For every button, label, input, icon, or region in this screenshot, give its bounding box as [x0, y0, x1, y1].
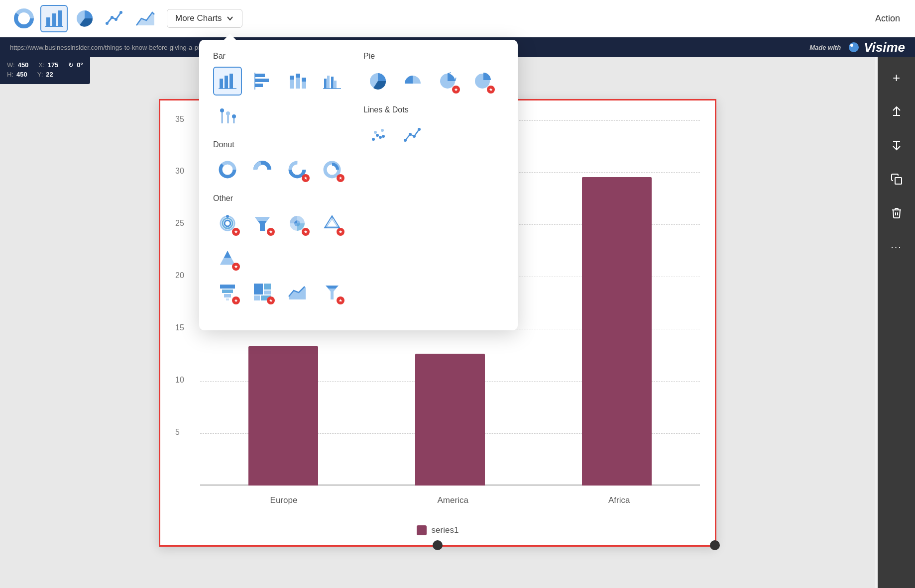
more-charts-label: More Charts [175, 13, 222, 23]
bar-vertical-icon[interactable] [213, 67, 242, 96]
bar-america [415, 354, 485, 486]
pie-half-icon[interactable] [398, 67, 427, 96]
x-label-europe: Europe [270, 495, 298, 505]
svg-point-49 [226, 215, 229, 218]
svg-rect-67 [254, 295, 260, 300]
donut-section-title: Donut [213, 140, 353, 149]
pro-badge: ★ [232, 263, 240, 271]
bar-section-title: Bar [213, 52, 353, 61]
svg-point-80 [404, 139, 407, 142]
svg-rect-31 [334, 81, 337, 89]
svg-marker-59 [224, 251, 231, 258]
resize-handle-bottom[interactable] [433, 540, 443, 550]
rotation-icon: ↻ [68, 61, 74, 69]
svg-point-9 [111, 16, 114, 19]
add-button[interactable]: + [884, 65, 909, 90]
svg-point-81 [409, 133, 412, 136]
triangle-icon[interactable]: ★ [213, 244, 242, 273]
bar-lollipop-icon[interactable] [213, 101, 242, 130]
resize-handle-corner[interactable] [710, 540, 720, 550]
svg-rect-16 [229, 74, 233, 89]
svg-rect-30 [331, 77, 334, 89]
move-up-button[interactable] [884, 99, 909, 124]
legend-label: series1 [432, 525, 459, 535]
svg-rect-22 [290, 80, 294, 89]
donut-pro2-icon[interactable]: ★ [318, 155, 346, 184]
donut-basic-icon[interactable] [213, 155, 242, 184]
visime-logo: Made with Visime [809, 40, 905, 55]
svg-rect-88 [895, 178, 902, 184]
network-icon[interactable]: ★ [318, 209, 346, 238]
scatter-icon[interactable] [363, 120, 392, 149]
pie-pro1-icon[interactable]: ★ [433, 67, 462, 96]
other-section-title: Other [213, 194, 353, 203]
svg-rect-5 [58, 10, 62, 26]
h-label: H: [7, 71, 13, 78]
svg-point-38 [232, 114, 236, 118]
treemap-icon[interactable]: ★ [248, 278, 277, 306]
dimensions-panel: W: 450 X: 175 ↻ 0° H: 450 Y: 22 [0, 57, 90, 84]
donut-half-icon[interactable] [248, 155, 277, 184]
donut-pro1-icon[interactable]: ★ [283, 155, 312, 184]
other-section: Other ★ [213, 194, 353, 306]
svg-rect-66 [264, 291, 271, 294]
svg-rect-19 [255, 79, 269, 82]
bar-stacked-icon[interactable] [283, 67, 312, 96]
pro-badge: ★ [337, 296, 344, 304]
action-text: Action [875, 13, 900, 24]
svg-point-13 [850, 44, 853, 47]
bar-horizontal-icon[interactable] [248, 67, 277, 96]
svg-point-11 [119, 11, 122, 14]
pro-badge: ★ [452, 86, 460, 94]
chart-type-area[interactable] [131, 5, 159, 32]
svg-rect-61 [222, 290, 233, 293]
svg-rect-4 [52, 13, 56, 26]
svg-rect-25 [296, 74, 300, 78]
copy-button[interactable] [884, 167, 909, 192]
radial-icon[interactable]: ★ [213, 209, 242, 238]
donut-section: Donut [213, 140, 353, 184]
svg-point-41 [224, 166, 231, 173]
svg-point-8 [106, 22, 109, 25]
chart-type-line[interactable] [101, 5, 128, 32]
dropdown-arrow [224, 34, 236, 40]
w-label: W: [7, 61, 15, 69]
w-value: 450 [18, 61, 29, 69]
bar-europe [248, 346, 318, 486]
pro-badge: ★ [267, 296, 275, 304]
pro-badge: ★ [302, 228, 310, 236]
sunburst-icon[interactable]: ★ [283, 209, 312, 238]
move-down-button[interactable] [884, 133, 909, 158]
chart-type-pie[interactable] [71, 5, 98, 32]
pie-basic-icon[interactable] [363, 67, 392, 96]
chart-type-bar[interactable] [40, 5, 68, 32]
funnel2-icon[interactable]: ★ [318, 278, 346, 306]
more-options-button[interactable]: ··· [884, 234, 909, 259]
svg-point-83 [418, 128, 421, 131]
pie-pro2-icon[interactable]: ★ [468, 67, 497, 96]
bar-grouped-icon[interactable] [318, 67, 346, 96]
pro-badge: ★ [487, 86, 495, 94]
y-value: 22 [46, 71, 53, 78]
svg-point-10 [114, 18, 117, 21]
h-value: 450 [16, 71, 27, 78]
svg-point-74 [372, 138, 375, 141]
svg-rect-27 [302, 78, 306, 82]
bar-africa [582, 177, 652, 486]
area-icon[interactable] [283, 278, 312, 306]
svg-marker-51 [255, 217, 270, 221]
svg-rect-24 [296, 78, 300, 89]
line-basic-icon[interactable] [398, 120, 427, 149]
pie-section-title: Pie [363, 52, 504, 61]
svg-rect-63 [226, 298, 229, 300]
svg-point-12 [849, 42, 859, 52]
bar-section: Bar [213, 52, 353, 130]
x-label: X: [38, 61, 44, 69]
more-charts-button[interactable]: More Charts [167, 9, 242, 28]
funnel-icon[interactable]: ★ [248, 209, 277, 238]
svg-point-76 [379, 136, 382, 139]
rotation-value: 0° [77, 61, 83, 69]
chart-type-donut[interactable] [10, 5, 37, 32]
pyramid-icon[interactable]: ★ [213, 278, 242, 306]
delete-button[interactable] [884, 200, 909, 225]
